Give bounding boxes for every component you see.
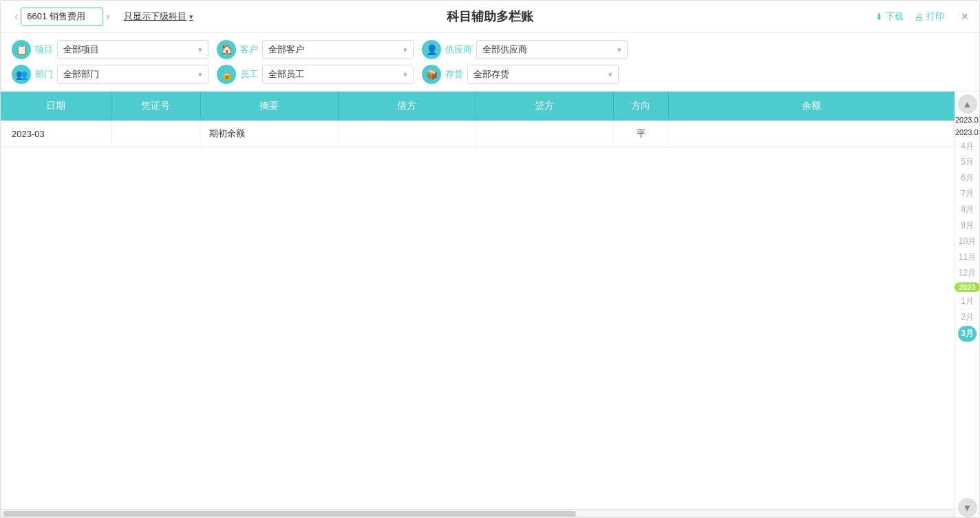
prev-button[interactable]: ‹ xyxy=(12,10,21,23)
customer-select[interactable]: 全部客户 ▾ xyxy=(262,40,414,59)
filter-row-1: 📋 项目 全部项目 ▾ 🏠 客户 全部客户 ▾ 👤 供应商 xyxy=(12,40,968,59)
supplier-filter-item: 👤 供应商 全部供应商 ▾ xyxy=(422,40,628,59)
col-date: 日期 xyxy=(1,92,111,121)
customer-label: 客户 xyxy=(240,43,258,56)
dept-label: 部门 xyxy=(35,68,53,81)
sidebar-item-9[interactable]: 9月 xyxy=(955,218,979,234)
table-header-row: 日期 凭证号 摘要 借方 贷方 方向 余额 xyxy=(1,92,955,121)
sidebar-item-12[interactable]: 12月 xyxy=(955,265,979,281)
supplier-arrow: ▾ xyxy=(617,45,621,54)
cell-direction: 平 xyxy=(613,121,668,147)
col-voucher: 凭证号 xyxy=(111,92,200,121)
sidebar-item-6[interactable]: 6月 xyxy=(955,170,979,186)
cell-summary: 期初余额 xyxy=(200,121,338,147)
sidebar-item-2023-03-2[interactable]: 2023.03 xyxy=(955,126,979,138)
account-code[interactable]: 6601 销售费用 xyxy=(21,8,103,25)
show-sub-arrow: ▾ xyxy=(189,12,193,21)
print-button[interactable]: 🖨 打印 xyxy=(915,10,944,23)
table-area: 日期 凭证号 摘要 借方 贷方 方向 余额 2023-03 期初余额 xyxy=(1,92,955,509)
top-actions: ⬇ 下载 🖨 打印 × xyxy=(875,10,968,24)
main-window: ‹ 6601 销售费用 › 只显示下级科目 ▾ 科目辅助多栏账 ⬇ 下载 🖨 打… xyxy=(0,0,980,518)
sidebar-item-2[interactable]: 2月 xyxy=(955,309,979,325)
project-arrow: ▾ xyxy=(198,45,202,54)
table-row: 2023-03 期初余额 平 xyxy=(1,121,955,147)
employee-select[interactable]: 全部员工 ▾ xyxy=(262,65,414,84)
project-filter-item: 📋 项目 全部项目 ▾ xyxy=(12,40,209,59)
inventory-label: 存货 xyxy=(445,68,463,81)
sidebar-item-11[interactable]: 11月 xyxy=(955,249,979,265)
customer-filter-item: 🏠 客户 全部客户 ▾ xyxy=(217,40,414,59)
sidebar-scroll-up[interactable]: ▲ xyxy=(958,94,977,114)
employee-arrow: ▾ xyxy=(403,70,407,79)
inventory-arrow: ▾ xyxy=(608,70,612,79)
supplier-select[interactable]: 全部供应商 ▾ xyxy=(476,40,628,59)
print-icon: 🖨 xyxy=(915,12,924,22)
cell-balance xyxy=(668,121,955,147)
col-summary: 摘要 xyxy=(200,92,338,121)
supplier-icon: 👤 xyxy=(422,40,441,59)
filter-area: 📋 项目 全部项目 ▾ 🏠 客户 全部客户 ▾ 👤 供应商 xyxy=(1,33,979,92)
sidebar-item-4[interactable]: 4月 xyxy=(955,138,979,154)
sidebar-item-8[interactable]: 8月 xyxy=(955,202,979,218)
data-table: 日期 凭证号 摘要 借方 贷方 方向 余额 2023-03 期初余额 xyxy=(1,92,955,147)
show-sub-button[interactable]: 只显示下级科目 ▾ xyxy=(124,10,193,23)
inventory-filter-item: 📦 存货 全部存货 ▾ xyxy=(422,65,619,84)
cell-voucher xyxy=(111,121,200,147)
sidebar-item-5[interactable]: 5月 xyxy=(955,154,979,170)
next-button[interactable]: › xyxy=(103,10,112,23)
h-scrollbar[interactable] xyxy=(1,509,955,517)
cell-credit xyxy=(476,121,613,147)
filter-row-2: 👥 部门 全部部门 ▾ 🔒 员工 全部员工 ▾ 📦 存货 xyxy=(12,65,968,84)
dept-icon: 👥 xyxy=(12,65,31,84)
project-select[interactable]: 全部项目 ▾ xyxy=(57,40,209,59)
customer-arrow: ▾ xyxy=(403,45,407,54)
employee-filter-item: 🔒 员工 全部员工 ▾ xyxy=(217,65,414,84)
download-icon: ⬇ xyxy=(875,12,883,22)
sidebar-item-3-active[interactable]: 3月 xyxy=(958,326,977,342)
page-title: 科目辅助多栏账 xyxy=(447,8,533,25)
cell-debit xyxy=(338,121,476,147)
dept-filter-item: 👥 部门 全部部门 ▾ xyxy=(12,65,209,84)
project-icon: 📋 xyxy=(12,40,31,59)
project-label: 项目 xyxy=(35,43,53,56)
sidebar-scroll-down[interactable]: ▼ xyxy=(958,498,977,517)
supplier-label: 供应商 xyxy=(445,43,472,56)
dept-select[interactable]: 全部部门 ▾ xyxy=(57,65,209,84)
inventory-select[interactable]: 全部存货 ▾ xyxy=(467,65,619,84)
download-button[interactable]: ⬇ 下载 xyxy=(875,10,904,23)
sidebar-item-7[interactable]: 7月 xyxy=(955,186,979,202)
col-balance: 余额 xyxy=(668,92,955,121)
customer-icon: 🏠 xyxy=(217,40,236,59)
top-bar: ‹ 6601 销售费用 › 只显示下级科目 ▾ 科目辅助多栏账 ⬇ 下载 🖨 打… xyxy=(1,1,979,33)
h-scrollbar-thumb[interactable] xyxy=(3,511,576,517)
employee-label: 员工 xyxy=(240,68,258,81)
col-direction: 方向 xyxy=(613,92,668,121)
right-sidebar: ▲ 2023.03 2023.03 4月 5月 6月 7月 8月 9月 10月 … xyxy=(955,92,979,517)
dept-arrow: ▾ xyxy=(198,70,202,79)
year-badge-2023[interactable]: 2023 xyxy=(955,282,979,292)
close-button[interactable]: × xyxy=(961,10,968,24)
sidebar-item-1[interactable]: 1月 xyxy=(955,293,979,309)
col-credit: 贷方 xyxy=(476,92,613,121)
sidebar-item-10[interactable]: 10月 xyxy=(955,234,979,249)
cell-date: 2023-03 xyxy=(1,121,111,147)
employee-icon: 🔒 xyxy=(217,65,236,84)
sidebar-item-2023-03-1[interactable]: 2023.03 xyxy=(955,114,979,126)
col-debit: 借方 xyxy=(338,92,476,121)
inventory-icon: 📦 xyxy=(422,65,441,84)
